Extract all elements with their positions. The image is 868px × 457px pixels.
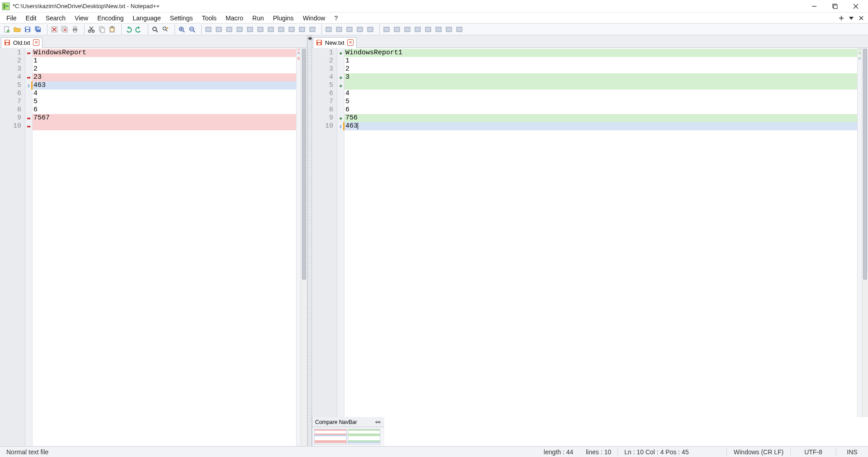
show-all-button[interactable]: [235, 24, 245, 34]
macro-save-button[interactable]: [365, 24, 375, 34]
compare-navbar-close-button[interactable]: [374, 419, 382, 425]
save-button[interactable]: [23, 24, 33, 34]
doc-list-button[interactable]: [276, 24, 286, 34]
menu-help[interactable]: ?: [330, 14, 342, 23]
redo-button[interactable]: [134, 24, 144, 34]
left-scrollbar[interactable]: [301, 48, 307, 446]
menu-edit[interactable]: Edit: [21, 14, 41, 23]
ud-lang-button[interactable]: [255, 24, 265, 34]
print-button[interactable]: [70, 24, 80, 34]
monitoring-button[interactable]: [307, 24, 317, 34]
code-line[interactable]: 1: [344, 57, 857, 65]
code-line[interactable]: 5: [33, 98, 296, 106]
code-line[interactable]: 463: [343, 122, 857, 130]
menu-encoding[interactable]: Encoding: [93, 14, 128, 23]
code-line[interactable]: WindowsReport: [33, 49, 296, 57]
close-button[interactable]: [49, 24, 59, 34]
menu-run[interactable]: Run: [248, 14, 269, 23]
menu-macro[interactable]: Macro: [221, 14, 248, 23]
sync-v-button[interactable]: [203, 24, 213, 34]
find-button[interactable]: [150, 24, 160, 34]
close-doc-button[interactable]: [856, 14, 866, 23]
undo-button[interactable]: [123, 24, 133, 34]
cut-button[interactable]: [86, 24, 96, 34]
menu-window[interactable]: Window: [298, 14, 330, 23]
macro-stop-button[interactable]: [334, 24, 344, 34]
folder-workspace-button[interactable]: [297, 24, 307, 34]
menu-search[interactable]: Search: [41, 14, 70, 23]
copy-button[interactable]: [97, 24, 107, 34]
compare-navbar-minimap[interactable]: [312, 427, 384, 446]
tab-close-button[interactable]: ✕: [33, 39, 39, 46]
tab-new-txt[interactable]: New.txt ✕: [313, 37, 357, 48]
nav-minimap-right[interactable]: [348, 429, 380, 444]
func-list-button[interactable]: [287, 24, 297, 34]
new-file-button[interactable]: +: [2, 24, 12, 34]
compare-next-button[interactable]: [423, 24, 433, 34]
code-line[interactable]: 5: [344, 98, 857, 106]
menu-plugins[interactable]: Plugins: [269, 14, 298, 23]
left-text-area[interactable]: WindowsReport12234634567567: [33, 48, 296, 446]
code-line[interactable]: 1: [33, 57, 296, 65]
menu-tools[interactable]: Tools: [197, 14, 221, 23]
menu-settings[interactable]: Settings: [165, 14, 198, 23]
status-insert-mode[interactable]: INS: [836, 448, 868, 456]
code-line[interactable]: 7567: [33, 114, 296, 122]
nav-minimap-left[interactable]: [314, 429, 347, 444]
code-line[interactable]: [344, 81, 857, 90]
new-doc-plus-button[interactable]: [836, 14, 846, 23]
tab-old-txt[interactable]: Old.txt ✕: [1, 37, 42, 48]
code-line[interactable]: 6: [33, 106, 296, 114]
minimize-button[interactable]: [804, 0, 825, 13]
code-line[interactable]: WindowsReport1: [344, 49, 857, 57]
code-line[interactable]: 6: [344, 106, 857, 114]
compare-clear-button[interactable]: [402, 24, 412, 34]
maximize-button[interactable]: [825, 0, 845, 13]
close-window-button[interactable]: [845, 0, 866, 13]
doc-map-button[interactable]: [266, 24, 276, 34]
open-file-button[interactable]: [12, 24, 22, 34]
status-encoding[interactable]: UTF-8: [791, 448, 836, 456]
scroll-thumb[interactable]: [302, 49, 306, 280]
code-line[interactable]: 756: [344, 114, 857, 122]
macro-play-button[interactable]: [344, 24, 354, 34]
compare-set-first-button[interactable]: [382, 24, 392, 34]
zoom-in-button[interactable]: [177, 24, 187, 34]
compare-nav-button[interactable]: [454, 24, 464, 34]
code-line[interactable]: 4: [344, 90, 857, 98]
replace-button[interactable]: [160, 24, 170, 34]
paste-button[interactable]: [107, 24, 117, 34]
left-editor[interactable]: 12345678910 ▬▬⇕▬▬ WindowsReport122346345…: [0, 48, 307, 446]
compare-first-button[interactable]: [434, 24, 443, 34]
macro-record-button[interactable]: [324, 24, 334, 34]
sync-h-button[interactable]: [214, 24, 224, 34]
code-line[interactable]: 2: [33, 65, 296, 73]
splitter[interactable]: [307, 35, 312, 446]
menu-view[interactable]: View: [70, 14, 93, 23]
status-eol[interactable]: Windows (CR LF): [727, 448, 790, 456]
close-all-button[interactable]: [60, 24, 70, 34]
code-line[interactable]: 463: [31, 81, 296, 90]
indent-guide-button[interactable]: [245, 24, 255, 34]
save-all-button[interactable]: [33, 24, 43, 34]
code-line[interactable]: 4: [33, 90, 296, 98]
menu-language[interactable]: Language: [128, 14, 165, 23]
menu-file[interactable]: File: [2, 14, 21, 23]
scroll-thumb[interactable]: [863, 49, 867, 280]
right-text-area[interactable]: WindowsReport1123456756463: [344, 48, 857, 417]
compare-last-button[interactable]: [444, 24, 454, 34]
code-line[interactable]: [33, 122, 296, 130]
compare-button[interactable]: [392, 24, 402, 34]
right-scrollbar[interactable]: [862, 48, 868, 417]
code-line[interactable]: 23: [33, 73, 296, 81]
macro-play-multi-button[interactable]: [355, 24, 365, 34]
compare-prev-button[interactable]: [413, 24, 423, 34]
wrap-button[interactable]: [224, 24, 234, 34]
code-line[interactable]: 2: [344, 65, 857, 73]
compare-nav-icon: [456, 26, 463, 33]
right-editor[interactable]: 12345678910 ✚✚✚✚⇕ WindowsReport112345675…: [312, 48, 868, 417]
zoom-out-button[interactable]: [187, 24, 197, 34]
tabs-dropdown-button[interactable]: [846, 14, 856, 23]
tab-close-button[interactable]: ✕: [347, 39, 354, 46]
code-line[interactable]: 3: [344, 73, 857, 81]
